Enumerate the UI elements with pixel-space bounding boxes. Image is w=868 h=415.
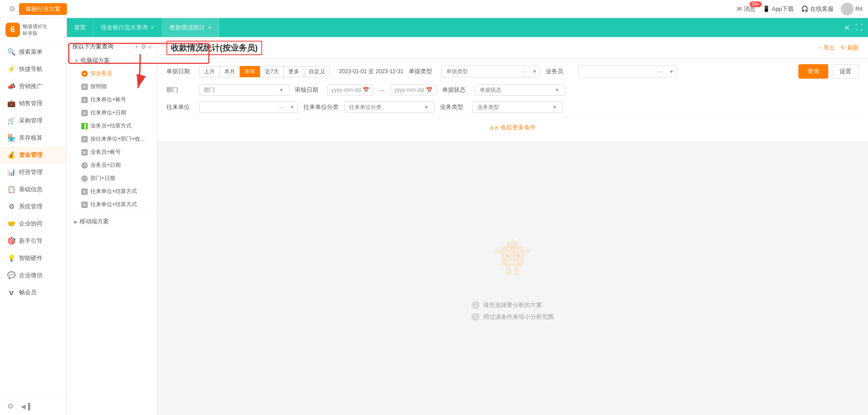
desktop-group-toggle[interactable]: ▼ 电脑端方案: [71, 54, 157, 67]
app-download-btn[interactable]: 📱 App下载: [763, 5, 794, 13]
schema-collapse-btn[interactable]: «: [148, 43, 151, 50]
query-button[interactable]: 查询: [798, 64, 828, 79]
svg-rect-2: [512, 239, 514, 242]
schema-item-partner-account-icon: ⊞: [81, 97, 88, 103]
sidebar-item-basic-info[interactable]: 📋 基础信息: [0, 181, 66, 198]
review-date-start[interactable]: yyyy-mm-dd 📅: [327, 85, 373, 95]
date-range: 2023-01-01 至 2023-12-31: [339, 68, 404, 75]
dept-dropdown-icon[interactable]: ▼: [276, 87, 287, 93]
schema-item-partner-settlement1[interactable]: ⊞ 往来单位+结算方式: [71, 185, 157, 198]
schema-item-partner-dept[interactable]: ⊞ 按往来单位+部门+收...: [71, 132, 157, 146]
empty-state: 1 请先选择要分析的方案 2 用过滤条件来缩小分析范围: [157, 142, 868, 415]
settings-button[interactable]: 设置: [832, 64, 859, 79]
biz-type-input[interactable]: [473, 102, 550, 113]
empty-tips: 1 请先选择要分析的方案 2 用过滤条件来缩小分析范围: [472, 301, 554, 325]
schema-item-partner-date[interactable]: ⊞ 往来单位+日期: [71, 106, 157, 119]
sidebar-item-purchase[interactable]: 🛒 采购管理: [0, 112, 66, 129]
sidebar-item-marketing[interactable]: 📣 营销推广: [0, 78, 66, 95]
sidebar-item-enterprise[interactable]: 🤝 企业协同: [0, 215, 66, 232]
date-tab-this-month[interactable]: 本月: [219, 66, 240, 77]
online-service-btn[interactable]: 🎧 在线客服: [801, 5, 834, 13]
sidebar-label-member: 畅会员: [19, 288, 37, 297]
tab-receipt-stats[interactable]: 收款情况统计 ✕: [162, 18, 219, 37]
sidebar-item-operations[interactable]: 📊 经营管理: [0, 164, 66, 181]
doc-status-input[interactable]: [475, 85, 552, 95]
doc-type-input[interactable]: [442, 66, 519, 77]
tab-maximize-icon[interactable]: ⛶: [855, 24, 863, 32]
trial-button[interactable]: 体验行业方案: [19, 3, 67, 15]
schema-item-staff-account[interactable]: ⊞ 业务员+账号: [71, 146, 157, 159]
tip-text-2: 用过滤条件来缩小分析范围: [483, 313, 554, 321]
tab-receipt-stats-close[interactable]: ✕: [208, 25, 212, 31]
main-layout: 6 畅捷通好生 标准版 🔍 搜索菜单 ⚡ 快捷导航 📣 营销推广 💼 销售管理: [0, 18, 868, 415]
schema-item-staff-date[interactable]: ⏱ 业务员+日期: [71, 159, 157, 172]
tab-bank-flow-label: 现金银行流水查询: [101, 24, 148, 32]
filter-row-2: 部门 ▼ 审核日期 yyyy-mm-dd 📅 — yyyy-mm-dd: [166, 84, 859, 96]
sidebar-item-smart-hw[interactable]: 💡 智能硬件: [0, 250, 66, 267]
schema-item-partner-account[interactable]: ⊞ 往来单位+账号: [71, 93, 157, 106]
date-range-separator: 至: [368, 68, 374, 75]
date-tab-custom[interactable]: 自定义: [304, 66, 330, 77]
schema-item-dept-date[interactable]: ⏱ 部门+日期: [71, 172, 157, 185]
header-settings-icon[interactable]: ⚙: [9, 5, 15, 13]
schema-item-by-staff[interactable]: ● 按业务员: [71, 67, 157, 80]
sidebar-item-quick-nav[interactable]: ⚡ 快捷导航: [0, 61, 66, 78]
sidebar-item-guide[interactable]: 🎯 新手引导: [0, 232, 66, 250]
collapse-bar[interactable]: ∧∧ 收起更多条件: [166, 118, 859, 136]
mobile-group-arrow: ▶: [74, 219, 78, 224]
export-btn[interactable]: ↑ 导出: [819, 44, 835, 52]
staff-dropdown-icon[interactable]: ▼: [666, 69, 677, 74]
sidebar-item-member[interactable]: V 畅会员: [0, 284, 66, 301]
staff-label: 业务员: [546, 67, 573, 75]
doc-type-more-icon[interactable]: ···: [519, 68, 529, 75]
partner-cat-input[interactable]: [344, 102, 421, 113]
review-date-end[interactable]: yyyy-mm-dd 📅: [390, 85, 436, 95]
add-schema-btn[interactable]: +: [135, 43, 139, 50]
doc-status-dropdown-icon[interactable]: ▼: [552, 87, 562, 93]
partner-unit-more-icon[interactable]: ···: [276, 104, 287, 111]
date-tab-7days[interactable]: 近7天: [260, 66, 283, 77]
date-tab-more[interactable]: 更多: [283, 66, 304, 77]
tab-home[interactable]: 首页: [67, 18, 94, 37]
sidebar-item-system[interactable]: ⚙ 系统管理: [0, 198, 66, 215]
sidebar-item-finance[interactable]: 💰 资金管理: [0, 146, 66, 164]
sidebar-label-finance: 资金管理: [19, 151, 42, 159]
schema-item-partner-settlement2[interactable]: ⊞ 往来单位+结算方式: [71, 198, 157, 211]
sidebar-item-search-menu[interactable]: 🔍 搜索菜单: [0, 43, 66, 61]
page-title-bar: 收款情况统计(按业务员) ↑ 导出 ↻ 刷新: [157, 37, 868, 59]
sidebar-nav: 🔍 搜索菜单 ⚡ 快捷导航 📣 营销推广 💼 销售管理 🛒 采购管理 🏪: [0, 42, 66, 397]
partner-cat-dropdown-icon[interactable]: ▼: [421, 104, 432, 110]
staff-input[interactable]: [579, 66, 656, 77]
mobile-group-toggle[interactable]: ▶ 移动端方案: [71, 215, 157, 228]
user-area[interactable]: Rit: [841, 3, 863, 15]
doc-type-dropdown-icon[interactable]: ▼: [529, 69, 540, 74]
tab-close-all-icon[interactable]: ✕: [844, 24, 850, 32]
tab-bank-flow[interactable]: 现金银行流水查询 ✕: [94, 18, 162, 37]
staff-more-icon[interactable]: ···: [656, 68, 666, 75]
svg-rect-7: [507, 261, 519, 264]
user-name: Rit: [855, 5, 863, 12]
schema-settings-btn[interactable]: ⚙: [141, 43, 146, 50]
message-btn[interactable]: ✉ 消息 99+: [737, 5, 755, 13]
sidebar-item-wechat[interactable]: 💬 企业微信: [0, 267, 66, 284]
refresh-btn[interactable]: ↻ 刷新: [840, 44, 859, 52]
sidebar-label-system: 系统管理: [19, 203, 42, 211]
filter-actions: 查询 设置: [798, 64, 859, 79]
logo-text: 畅捷通好生 标准版: [23, 23, 47, 36]
sidebar-footer-settings-icon[interactable]: ⚙: [7, 402, 14, 410]
sidebar-footer-collapse-icon[interactable]: ◀▐: [21, 403, 30, 410]
sidebar-item-inventory[interactable]: 🏪 库存核算: [0, 129, 66, 146]
sidebar: 6 畅捷通好生 标准版 🔍 搜索菜单 ⚡ 快捷导航 📣 营销推广 💼 销售管理: [0, 18, 67, 415]
date-tab-this-year[interactable]: 本年: [240, 66, 260, 77]
partner-unit-input[interactable]: [199, 102, 276, 113]
sidebar-label-enterprise: 企业协同: [19, 220, 42, 228]
filter-row-3: 往来单位 ··· ▼ 往来单位分类 ▼ 业务类型: [166, 101, 859, 113]
dept-input[interactable]: [199, 85, 276, 95]
biz-type-dropdown-icon[interactable]: ▼: [550, 104, 560, 110]
sidebar-item-sales[interactable]: 💼 销售管理: [0, 95, 66, 112]
tab-bank-flow-close[interactable]: ✕: [151, 25, 155, 31]
schema-item-staff-settlement[interactable]: ▐ 业务员+结算方式: [71, 119, 157, 132]
date-tab-last-month[interactable]: 上月: [199, 66, 219, 77]
schema-item-by-detail-icon: ⊞: [81, 84, 88, 90]
schema-item-by-detail[interactable]: ⊞ 按明细: [71, 80, 157, 93]
